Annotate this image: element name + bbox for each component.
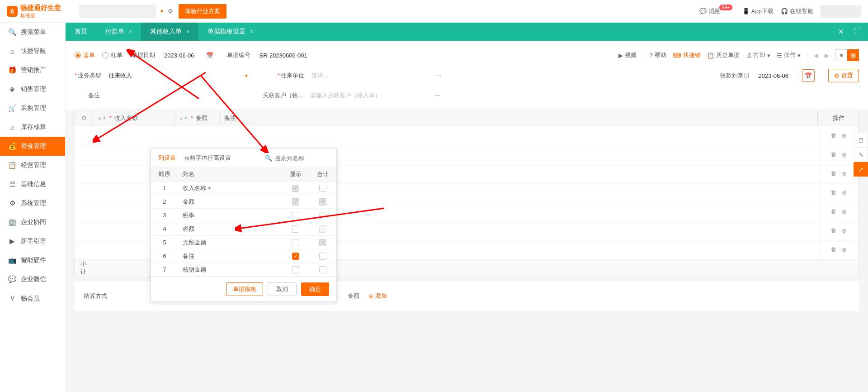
popup-tab-font[interactable]: 表格字体行高设置 — [184, 154, 231, 162]
table-row[interactable]: 🗑⊕ — [75, 126, 859, 145]
float-edit-icon[interactable]: ✎ — [854, 148, 868, 162]
sidebar-item-5[interactable]: ⌂库存核算 — [0, 118, 65, 137]
sidebar-item-2[interactable]: 🎁营销推广 — [0, 61, 65, 80]
delete-icon[interactable]: 🗑 — [830, 170, 836, 177]
date-label: 单据日期 — [132, 51, 155, 59]
settings-button[interactable]: ⚙ 设置 — [828, 69, 859, 82]
view-toggle: ≡ ▤ — [835, 49, 859, 61]
tab-0[interactable]: 首页 — [66, 23, 96, 41]
history-link[interactable]: 📋 历史单据 — [707, 51, 740, 59]
chevron-down-icon[interactable]: ▾ — [160, 8, 163, 14]
fullscreen-icon[interactable]: ⛶ — [851, 26, 863, 38]
sidebar-label: 经营管理 — [21, 161, 46, 169]
sidebar-label: 基础信息 — [21, 180, 46, 188]
cancel-button[interactable]: 取消 — [268, 282, 297, 296]
sidebar-icon: Ｖ — [8, 294, 16, 303]
phone-icon: 📱 — [742, 8, 750, 14]
help-link[interactable]: ? 帮助 — [650, 51, 666, 59]
tab-3[interactable]: 单据模板设置× — [198, 23, 262, 41]
add-settle-button[interactable]: ⊕ 添加 — [368, 292, 387, 300]
close-icon[interactable]: × — [129, 29, 132, 35]
sidebar-item-7[interactable]: 📋经营管理 — [0, 156, 65, 175]
close-icon[interactable]: × — [250, 29, 253, 35]
sidebar-item-12[interactable]: 📺智能硬件 — [0, 251, 65, 270]
copy-icon[interactable]: ⊕ — [842, 246, 847, 253]
date-value[interactable]: 2023-06-06 — [164, 52, 194, 59]
industry-solution-button[interactable]: 体验行业方案 — [179, 4, 226, 19]
copy-icon[interactable]: ⊕ — [842, 208, 847, 215]
radio-blue[interactable]: 蓝单 — [75, 51, 95, 59]
copy-icon[interactable]: ⊕ — [842, 170, 847, 177]
column-settings-icon[interactable]: ⚙ — [81, 115, 87, 121]
sidebar-label: 快捷导航 — [21, 47, 46, 55]
due-date-value[interactable]: 2023-06-06 — [759, 72, 789, 79]
sidebar-item-8[interactable]: ☰基础信息 — [0, 175, 65, 194]
sidebar-item-4[interactable]: 🛒采购管理 — [0, 99, 65, 118]
list-view-icon[interactable]: ≡ — [835, 49, 847, 61]
doc-no-label: 单据编号 — [227, 51, 250, 59]
copy-icon[interactable]: ⊕ — [842, 227, 847, 234]
brand-name: 畅捷通好生意 — [20, 4, 61, 11]
delete-icon[interactable]: 🗑 — [830, 132, 836, 139]
radio-red[interactable]: 红单 — [102, 51, 123, 59]
tab-1[interactable]: 付款单× — [96, 23, 141, 41]
template-button[interactable]: 单据模板 — [226, 282, 263, 296]
gear-icon[interactable]: ⚙ — [168, 8, 173, 14]
popup-row: 6备注✓ — [151, 249, 336, 263]
related-customer-input[interactable]: 请输入关联客户（收入单）⋯ — [307, 89, 443, 102]
confirm-button[interactable]: 确定 — [301, 282, 329, 296]
headset-icon: 🎧 — [781, 8, 788, 14]
copy-icon[interactable]: ⊕ — [842, 132, 847, 139]
sidebar-item-10[interactable]: 🏢企业协同 — [0, 213, 65, 232]
tabbar: 首页付款单×其他收入单×单据模板设置× ✕ ⛶ — [66, 23, 868, 41]
biz-type-select[interactable]: 往来收入▾ — [106, 69, 250, 82]
card-view-icon[interactable]: ▤ — [847, 49, 859, 61]
sidebar-item-0[interactable]: 🔍搜索菜单 — [0, 23, 65, 42]
sidebar-item-6[interactable]: 💰资金管理 — [0, 137, 65, 156]
column-settings-popup: 列设置 表格字体行高设置 🔍 顺序 列名 显示 合计 1收入名称 ▾✓2金额✓✓… — [151, 148, 337, 302]
sidebar-label: 企业微信 — [21, 275, 46, 283]
popup-row: 1收入名称 ▾✓ — [151, 182, 336, 195]
delete-icon[interactable]: 🗑 — [830, 151, 836, 158]
print-button[interactable]: 🖨 打印 ▾ — [746, 51, 770, 59]
copy-icon[interactable]: ⊕ — [842, 151, 847, 158]
online-service-link[interactable]: 🎧 在线客服 — [781, 7, 813, 15]
delete-icon[interactable]: 🗑 — [830, 189, 836, 196]
tab-2[interactable]: 其他收入单× — [141, 23, 198, 41]
popup-row: 3税率 — [151, 209, 336, 222]
next-page-icon[interactable]: ▶ — [825, 52, 829, 59]
sidebar-item-14[interactable]: Ｖ畅会员 — [0, 289, 65, 308]
operate-button[interactable]: ☰ 操作 ▾ — [777, 51, 801, 59]
column-search-input[interactable] — [275, 155, 329, 162]
close-icon[interactable]: × — [186, 29, 189, 35]
message-icon: 💬 — [699, 8, 707, 14]
popup-row: 5无税金额✓ — [151, 236, 336, 249]
popup-tab-columns[interactable]: 列设置 — [158, 154, 176, 162]
sidebar-item-11[interactable]: ▶新手引导 — [0, 232, 65, 251]
sidebar-item-1[interactable]: ⌂快捷导航 — [0, 42, 65, 61]
float-expand-icon[interactable]: ⤢ — [854, 162, 868, 177]
video-link[interactable]: ▶ 视频 — [618, 51, 637, 59]
sidebar: 🔍搜索菜单⌂快捷导航🎁营销推广◈销售管理🛒采购管理⌂库存核算💰资金管理📋经营管理… — [0, 23, 66, 392]
popup-row: 2金额✓✓ — [151, 195, 336, 209]
remark-input[interactable] — [104, 89, 249, 102]
sidebar-item-9[interactable]: ⚙系统管理 — [0, 194, 65, 213]
prev-page-icon[interactable]: ◀ — [814, 52, 818, 59]
calendar-icon[interactable]: 📅 — [206, 52, 213, 59]
close-tab-icon[interactable]: ✕ — [835, 26, 847, 38]
delete-icon[interactable]: 🗑 — [830, 227, 836, 234]
company-dropdown[interactable] — [79, 5, 156, 18]
sidebar-item-13[interactable]: 💬企业微信 — [0, 270, 65, 289]
app-download-link[interactable]: 📱 App下载 — [742, 7, 774, 15]
party-select[interactable]: 选择...⋯ — [309, 69, 444, 82]
message-link[interactable]: 💬 消息 99+ — [699, 7, 735, 15]
calendar-button[interactable]: 📅 — [802, 69, 815, 82]
sidebar-item-3[interactable]: ◈销售管理 — [0, 80, 65, 99]
user-avatar[interactable] — [821, 5, 861, 18]
hotkey-link[interactable]: ⌨ 快捷键 — [673, 51, 701, 59]
float-note-icon[interactable]: 🗒 — [854, 133, 868, 148]
sidebar-icon: ⌂ — [8, 124, 16, 131]
copy-icon[interactable]: ⊕ — [842, 189, 847, 196]
delete-icon[interactable]: 🗑 — [830, 208, 836, 215]
delete-icon[interactable]: 🗑 — [830, 246, 836, 253]
